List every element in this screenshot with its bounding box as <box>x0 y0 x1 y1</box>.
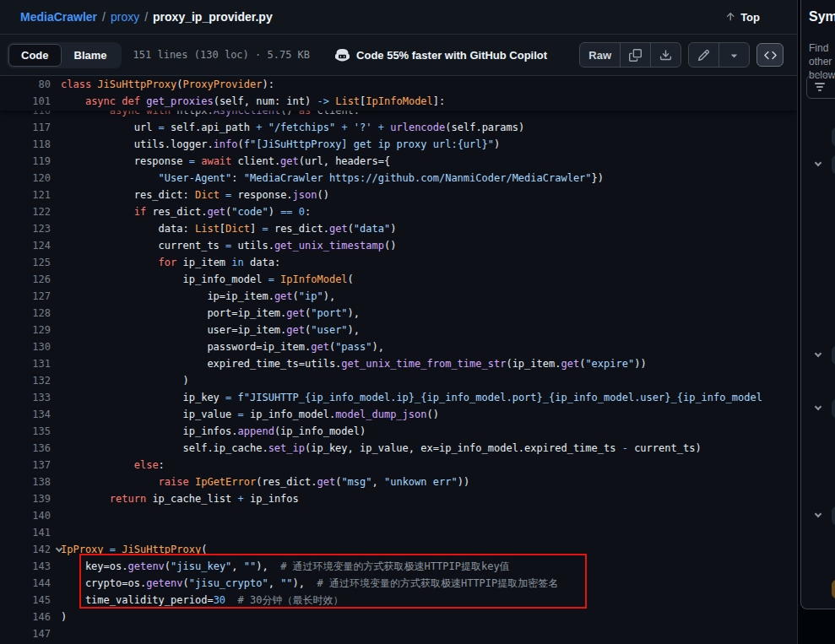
line-number[interactable]: 125 <box>0 254 51 271</box>
code-line: 141 <box>0 524 797 541</box>
line-number[interactable]: 143 <box>0 558 51 575</box>
raw-copy-download-group: Raw <box>579 42 681 68</box>
line-number[interactable]: 80 <box>0 76 51 93</box>
line-number[interactable]: 141 <box>0 524 51 541</box>
code-line: 129 user=ip_item.get("user"), <box>0 322 797 338</box>
breadcrumb-separator: / <box>102 10 106 24</box>
file-meta-text: 151 lines (130 loc) · 5.75 KB <box>133 49 311 61</box>
code-text: class JiSuHttpProxy(ProxyProvider): <box>51 76 274 93</box>
line-number[interactable]: 133 <box>0 389 51 406</box>
copilot-banner-text: Code 55% faster with GitHub Copilot <box>356 49 547 62</box>
line-number[interactable]: 142 <box>0 541 51 558</box>
code-line: 146) <box>0 609 797 625</box>
line-number[interactable]: 119 <box>0 153 51 170</box>
code-line: 130 password=ip_item.get("pass"), <box>0 338 797 355</box>
line-number[interactable]: 124 <box>0 237 51 254</box>
code-blame-switch: Code Blame <box>7 42 122 68</box>
code-line: 136 self.ip_cache.set_ip(ip_key, ip_valu… <box>0 440 797 457</box>
line-number[interactable]: 138 <box>0 474 51 490</box>
download-button[interactable] <box>650 43 680 67</box>
code-text <box>51 524 61 541</box>
code-text: ip_key = f"JISUHTTP_{ip_info_model.ip}_{… <box>51 389 762 406</box>
copy-button[interactable] <box>620 43 650 67</box>
line-number[interactable]: 120 <box>0 170 51 187</box>
edit-button[interactable] <box>689 43 718 67</box>
chevron-down-icon <box>815 511 821 517</box>
line-number[interactable]: 135 <box>0 423 51 440</box>
line-number[interactable]: 134 <box>0 406 51 423</box>
code-text: for ip_item in data: <box>51 254 280 271</box>
line-number[interactable]: 117 <box>0 119 51 136</box>
code-line: 143 key=os.getenv("jisu_key", ""), # 通过环… <box>0 558 797 575</box>
line-number[interactable]: 123 <box>0 220 51 237</box>
line-number[interactable]: 127 <box>0 288 51 305</box>
symbols-filter-button[interactable] <box>806 75 835 99</box>
line-number[interactable]: 140 <box>0 507 51 524</box>
line-number[interactable]: 144 <box>0 575 51 592</box>
line-number[interactable]: 128 <box>0 305 51 322</box>
toolbar-actions: Raw <box>579 42 783 68</box>
line-number[interactable]: 147 <box>0 625 51 642</box>
breadcrumb-folder-link[interactable]: proxy <box>111 10 139 24</box>
line-number[interactable]: 146 <box>0 609 51 625</box>
code-text: url = self.api_path + "/fetchips" + '?' … <box>51 119 524 136</box>
github-file-page: MediaCrawler / proxy / proxy_ip_provider… <box>0 0 835 644</box>
line-number[interactable]: 136 <box>0 440 51 457</box>
code-text: user=ip_item.get("user"), <box>51 322 360 338</box>
symbol-item[interactable] <box>801 127 835 146</box>
line-number[interactable]: 132 <box>0 372 51 389</box>
edit-dropdown-button[interactable] <box>718 43 749 67</box>
line-number[interactable]: 145 <box>0 592 51 609</box>
code-text: ip_value = ip_info_model.model_dump_json… <box>51 406 439 423</box>
code-line: 133 ip_key = f"JISUHTTP_{ip_info_model.i… <box>0 389 797 406</box>
raw-button[interactable]: Raw <box>580 43 620 67</box>
code-text: crypto=os.getenv("jisu_crypto", ""), # 通… <box>51 575 558 592</box>
symbols-panel-toggle-button[interactable] <box>756 43 783 67</box>
tab-code[interactable]: Code <box>8 44 62 67</box>
code-line: 132 ) <box>0 372 797 389</box>
top-link-label: Top <box>740 11 760 24</box>
code-text: ip=ip_item.get("ip"), <box>51 288 335 305</box>
line-number[interactable]: 126 <box>0 271 51 288</box>
back-to-top-link[interactable]: Top <box>724 11 760 24</box>
code-lines: 116 async with httpx.AsyncClient() as cl… <box>0 102 797 642</box>
code-line: 145 time_validity_period=30 # 30分钟（最长时效） <box>0 592 797 609</box>
line-number[interactable]: 118 <box>0 136 51 153</box>
line-number[interactable]: 139 <box>0 490 51 507</box>
line-number[interactable]: 101 <box>0 93 51 110</box>
line-number[interactable]: 130 <box>0 338 51 355</box>
symbol-item[interactable] <box>801 155 835 174</box>
line-number[interactable]: 137 <box>0 457 51 474</box>
code-brackets-icon <box>764 49 777 62</box>
symbol-item[interactable] <box>801 506 835 525</box>
sticky-context-lines: 80class JiSuHttpProxy(ProxyProvider):101… <box>0 76 797 111</box>
code-line: 139 return ip_cache_list + ip_infos <box>0 490 797 507</box>
tab-blame[interactable]: Blame <box>62 44 120 67</box>
copilot-icon <box>335 48 350 62</box>
download-icon <box>659 49 672 62</box>
code-text: expired_time_ts=utils.get_unix_time_from… <box>51 355 647 372</box>
code-line: 128 port=ip_item.get("port"), <box>0 305 797 322</box>
code-text: current_ts = utils.get_unix_timestamp() <box>51 237 396 254</box>
code-line: 144 crypto=os.getenv("jisu_crypto", ""),… <box>0 575 797 592</box>
code-line: 119 response = await client.get(url, hea… <box>0 153 797 170</box>
code-line: 117 url = self.api_path + "/fetchips" + … <box>0 119 797 136</box>
breadcrumb-repo-link[interactable]: MediaCrawler <box>20 10 97 24</box>
line-number[interactable]: 121 <box>0 187 51 203</box>
symbol-item-highlighted[interactable] <box>801 580 835 598</box>
line-number[interactable]: 129 <box>0 322 51 338</box>
line-number[interactable]: 131 <box>0 355 51 372</box>
code-text: raise IpGetError(res_dict.get("msg", "un… <box>51 474 469 490</box>
symbol-item[interactable] <box>801 346 835 365</box>
copilot-banner[interactable]: Code 55% faster with GitHub Copilot <box>335 48 547 62</box>
code-text: port=ip_item.get("port"), <box>51 305 360 322</box>
symbols-card: Sym Find other below <box>800 0 835 609</box>
code-text: self.ip_cache.set_ip(ip_key, ip_value, e… <box>51 440 702 457</box>
code-text: ) <box>51 372 189 389</box>
code-text: ip_info_model = IpInfoModel( <box>51 271 354 288</box>
symbol-item[interactable] <box>801 399 835 418</box>
code-text: return ip_cache_list + ip_infos <box>51 490 299 507</box>
line-number[interactable]: 122 <box>0 203 51 220</box>
code-line: 120 "User-Agent": "MediaCrawler https://… <box>0 170 797 187</box>
code-text: if res_dict.get("code") == 0: <box>51 203 311 220</box>
